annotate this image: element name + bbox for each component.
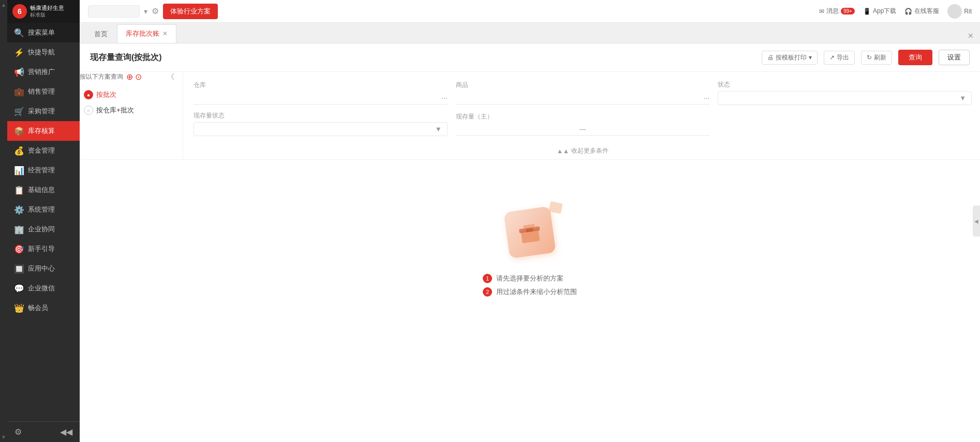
status-dropdown-icon: ▼ (959, 94, 966, 102)
manage-plans-icon[interactable]: ⊙ (135, 72, 142, 82)
phone-icon: 📱 (863, 8, 871, 15)
messages-badge: 99+ (841, 8, 855, 14)
scroll-down-btn[interactable]: ▼ (1, 432, 6, 442)
sidebar-item-purchase[interactable]: 🛒 采购管理 (7, 101, 80, 121)
sidebar-item-enterprise[interactable]: 🏢 企业协同 (7, 219, 80, 239)
plan-item-warehouse-batch[interactable]: ○ 按仓库+批次 (80, 102, 174, 118)
filter-form: 仓库 ··· 商品 ··· 状态 (183, 72, 980, 159)
inventory-status-label: 现存量状态 (194, 111, 448, 120)
sidebar-item-operations[interactable]: 📊 经营管理 (7, 160, 80, 180)
page-actions: 🖨 按模板打印 ▾ ↗ 导出 ↻ 刷新 查询 设置 (762, 50, 970, 65)
refresh-btn[interactable]: ↻ 刷新 (861, 51, 892, 65)
app-download-btn[interactable]: 📱 App下载 (863, 7, 896, 16)
messages-btn[interactable]: ✉ 消息 99+ (819, 7, 855, 16)
finance-icon: 💰 (14, 146, 24, 155)
warehouse-label: 仓库 (194, 81, 448, 90)
trial-btn[interactable]: 体验行业方案 (163, 4, 218, 19)
sidebar-item-label: 企业协同 (28, 225, 55, 234)
sidebar-item-apps[interactable]: 🔲 应用中心 (7, 259, 80, 278)
tab-inventory-batch[interactable]: 库存批次账 ✕ (117, 24, 176, 43)
sidebar-item-guide[interactable]: 🎯 新手引导 (7, 239, 80, 259)
sidebar-item-label: 采购管理 (28, 107, 55, 116)
product-input[interactable] (456, 94, 704, 102)
export-btn[interactable]: ↗ 导出 (824, 51, 855, 65)
online-service-btn[interactable]: 🎧 在线客服 (904, 7, 939, 16)
home-tab-label: 首页 (94, 30, 108, 39)
page-title: 现存量查询(按批次) (90, 52, 162, 63)
page-header: 现存量查询(按批次) 🖨 按模板打印 ▾ ↗ 导出 ↻ 刷新 查询 设置 (80, 43, 980, 72)
sidebar-item-sales[interactable]: 💼 销售管理 (7, 82, 80, 101)
sidebar-item-label: 库存核算 (28, 126, 55, 136)
sidebar-item-label: 系统管理 (28, 205, 55, 214)
tab-home[interactable]: 首页 (86, 25, 116, 43)
purchase-icon: 🛒 (14, 107, 24, 116)
collapse-filter-icon[interactable]: 《 (167, 72, 174, 82)
sidebar-item-label: 快捷导航 (28, 48, 55, 57)
quantity-dash: — (575, 125, 590, 133)
app-version: 标准版 (30, 11, 64, 19)
sidebar: 6 畅康通好生意 标准版 🔍 搜索菜单 ⚡ 快捷导航 📢 营销推广 💼 销售管理… (7, 0, 80, 442)
filter-area: 按以下方案查询 ⊕ ⊙ 《 ● 按批次 ○ 按仓库+批次 (80, 72, 980, 160)
query-btn[interactable]: 查询 (898, 50, 932, 65)
product-more-icon[interactable]: ··· (704, 94, 710, 102)
export-icon: ↗ (829, 54, 835, 61)
online-service-label: 在线客服 (914, 7, 939, 16)
refresh-icon: ↻ (867, 54, 872, 61)
sidebar-item-search[interactable]: 🔍 搜索菜单 (7, 23, 80, 42)
quantity-from-input[interactable] (456, 125, 575, 133)
headset-icon: 🎧 (904, 8, 912, 15)
print-icon: 🖨 (767, 54, 774, 61)
messages-label: 消息 (826, 7, 839, 16)
status-select[interactable]: ▼ (718, 91, 972, 105)
settings-btn[interactable]: 设置 (939, 50, 970, 65)
sidebar-item-quick-nav[interactable]: ⚡ 快捷导航 (7, 42, 80, 62)
topbar-dropdown-icon[interactable]: ▾ (144, 7, 147, 16)
filter-sidebar: 按以下方案查询 ⊕ ⊙ 《 ● 按批次 ○ 按仓库+批次 (80, 72, 183, 159)
empty-box-icon (503, 206, 556, 259)
search-icon: 🔍 (14, 28, 24, 37)
topbar: ▾ ⚙ 体验行业方案 ✉ 消息 99+ 📱 App下载 🎧 在线客服 Rit (80, 0, 980, 23)
inventory-batch-tab-label: 库存批次账 (126, 29, 159, 38)
settings-icon[interactable]: ⚙ (14, 427, 22, 437)
scroll-up-btn[interactable]: ▲ (1, 0, 6, 10)
content-area: 现存量查询(按批次) 🖨 按模板打印 ▾ ↗ 导出 ↻ 刷新 查询 设置 (80, 43, 980, 442)
plan-inactive-icon: ○ (84, 106, 93, 115)
collapse-sidebar-icon[interactable]: ◀◀ (60, 427, 72, 437)
sidebar-item-finance[interactable]: 💰 资金管理 (7, 141, 80, 160)
sidebar-item-marketing[interactable]: 📢 营销推广 (7, 62, 80, 82)
quantity-to-input[interactable] (590, 125, 710, 133)
collapse-up-icon: ▲▲ (557, 148, 569, 155)
topbar-gear-icon[interactable]: ⚙ (152, 6, 159, 16)
add-plan-icon[interactable]: ⊕ (126, 72, 133, 82)
tip-1-number: 1 (483, 274, 492, 283)
company-name: 畅康通好生意 (30, 4, 64, 11)
warehouse-input[interactable] (194, 94, 441, 102)
wechat-icon: 💬 (14, 284, 24, 293)
inventory-status-select[interactable]: ▼ (194, 122, 448, 136)
user-btn[interactable]: Rit (947, 4, 972, 19)
tip-1-text: 请先选择要分析的方案 (496, 274, 563, 283)
sidebar-item-wechat[interactable]: 💬 企业微信 (7, 278, 80, 298)
filter-row-2: 现存量状态 ▼ 现存量（主） — (194, 111, 972, 136)
sidebar-item-label: 搜索菜单 (28, 28, 55, 37)
app-logo: 6 (12, 4, 27, 19)
print-btn[interactable]: 🖨 按模板打印 ▾ (762, 51, 818, 65)
plan-item-batch[interactable]: ● 按批次 (80, 87, 174, 102)
collapse-more-conditions[interactable]: ▲▲ 收起更多条件 (194, 142, 972, 159)
tab-close-icon[interactable]: ✕ (162, 30, 168, 37)
enterprise-icon: 🏢 (14, 225, 24, 234)
empty-tips: 1 请先选择要分析的方案 2 用过滤条件来缩小分析范围 (483, 274, 577, 297)
empty-tip-1: 1 请先选择要分析的方案 (483, 274, 577, 283)
warehouse-more-icon[interactable]: ··· (441, 94, 448, 102)
sidebar-item-label: 应用中心 (28, 264, 55, 273)
sidebar-item-inventory[interactable]: 📦 库存核算 (7, 121, 80, 141)
system-icon: ⚙️ (14, 205, 24, 214)
close-panel-icon[interactable]: ✕ (968, 32, 974, 40)
sidebar-item-system[interactable]: ⚙️ 系统管理 (7, 200, 80, 219)
topbar-search-input[interactable] (88, 5, 140, 18)
sidebar-item-basics[interactable]: 📋 基础信息 (7, 180, 80, 200)
right-panel-toggle[interactable]: ◀ (973, 205, 980, 237)
sidebar-item-members[interactable]: 👑 畅会员 (7, 298, 80, 318)
operations-icon: 📊 (14, 166, 24, 175)
sidebar-item-label: 经营管理 (28, 166, 55, 175)
